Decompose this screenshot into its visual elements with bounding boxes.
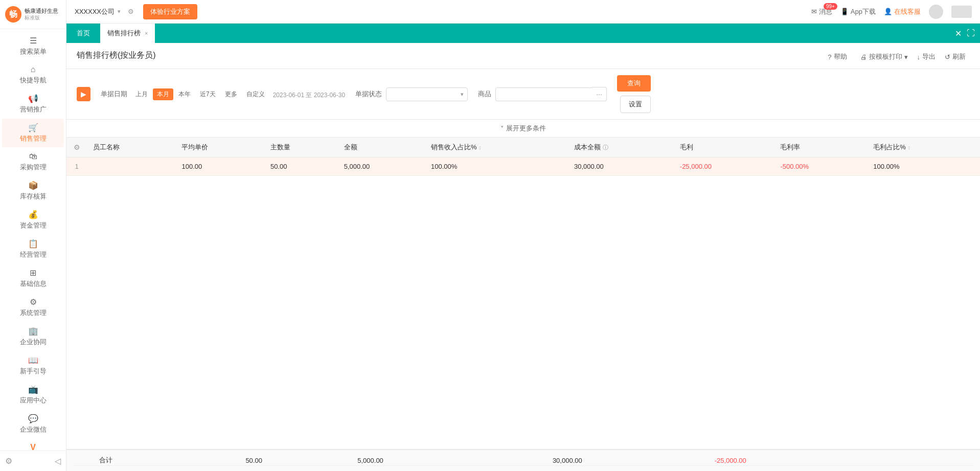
cell-gross: -25,000.00 xyxy=(674,158,774,176)
sidebar-item-label-operation: 经营管理 xyxy=(20,250,47,259)
refresh-label: 刷新 xyxy=(952,52,966,61)
table-area: ⚙ 员工名称 平均单价 主数量 全额 销售收入占比% ↕ 成本全额 ⓘ xyxy=(66,138,980,449)
tab-close-all-icon[interactable]: ✕ xyxy=(955,29,962,38)
sidebar-item-operation[interactable]: 📋 经营管理 xyxy=(2,235,64,263)
sales-ratio-sort-icon[interactable]: ↕ xyxy=(478,144,482,150)
sidebar-item-app-center[interactable]: 📺 应用中心 xyxy=(2,380,64,409)
date-tab-this-year[interactable]: 本年 xyxy=(174,88,195,100)
date-filter-label: 单据日期 xyxy=(101,89,127,99)
table-body: 1 100.00 50.00 5,000.00 100.00% 30,000.0… xyxy=(66,158,980,176)
sidebar-item-guide[interactable]: 📖 新手引导 xyxy=(2,351,64,380)
sidebar-item-basic[interactable]: ⊞ 基础信息 xyxy=(2,264,64,293)
main-content: XXXXXX公司 ▾ ⚙ 体验行业方案 ✉ 消息 99+ 📱 App下载 👤 在… xyxy=(66,0,980,471)
query-button[interactable]: 查询 xyxy=(617,75,651,92)
sidebar-item-label-inventory: 库存核算 xyxy=(20,192,47,201)
expand-filters-button[interactable]: ˅ 展开更多条件 xyxy=(500,124,546,133)
user-avatar[interactable] xyxy=(929,5,943,19)
tab-home[interactable]: 首页 xyxy=(66,24,100,43)
goods-filter-label: 商品 xyxy=(478,89,491,99)
online-service-button[interactable]: 👤 在线客服 xyxy=(884,7,921,16)
status-select-wrapper xyxy=(386,87,468,101)
search-menu-icon: ☰ xyxy=(30,36,37,46)
collapse-sidebar-icon[interactable]: ◁ xyxy=(55,456,61,466)
cell-sales-ratio: 100.00% xyxy=(425,158,568,176)
inventory-icon: 📦 xyxy=(28,181,38,190)
column-settings-icon[interactable]: ⚙ xyxy=(74,143,80,151)
date-range-display: 2023-06-01 至 2023-06-30 xyxy=(273,89,345,100)
sidebar-item-finance[interactable]: 💰 资金管理 xyxy=(2,206,64,234)
sidebar-item-label-finance: 资金管理 xyxy=(20,221,47,230)
message-icon: ✉ xyxy=(811,8,817,15)
tab-close-icon[interactable]: × xyxy=(145,30,148,36)
topbar-gear-icon[interactable]: ⚙ xyxy=(128,8,134,15)
goods-input[interactable] xyxy=(495,87,592,101)
col-header-name: 员工名称 xyxy=(87,138,175,158)
footer-empty-1 xyxy=(73,455,93,466)
sidebar-item-label-cooperation: 企业协同 xyxy=(20,338,47,347)
cell-amount: 5,000.00 xyxy=(338,158,425,176)
export-icon: ↓ xyxy=(917,53,921,61)
query-area: 查询 设置 xyxy=(617,75,651,113)
service-icon: 👤 xyxy=(884,8,892,15)
cell-cost: 30,000.00 xyxy=(568,158,674,176)
sidebar-item-label-search: 搜索菜单 xyxy=(20,47,47,56)
basic-icon: ⊞ xyxy=(30,268,36,278)
print-label: 按模板打印 xyxy=(869,52,902,61)
tab-sales-ranking[interactable]: 销售排行榜 × xyxy=(100,24,155,43)
gross-ratio-sort-icon[interactable]: ↕ xyxy=(907,144,910,150)
sidebar-item-quick-nav[interactable]: ⌂ 快捷导航 xyxy=(2,61,64,89)
footer-label: 合计 xyxy=(93,455,192,466)
help-button[interactable]: ? 帮助 xyxy=(824,50,851,63)
user-name-placeholder xyxy=(951,6,972,18)
footer-row: 合计 50.00 5,000.00 30,000.00 -25,000.00 xyxy=(73,455,974,466)
sidebar-item-marketing[interactable]: 📢 营销推广 xyxy=(2,89,64,118)
filter-area: ▶ 单据日期 上月 本月 本年 近7天 更多 自定义 2023-06-01 至 … xyxy=(66,69,980,120)
date-tab-7days[interactable]: 近7天 xyxy=(196,88,220,100)
page-content: 销售排行榜(按业务员) ? 帮助 🖨 按模板打印 ▾ ↓ 导出 ↺ 刷新 xyxy=(66,43,980,471)
help-label: 帮助 xyxy=(834,52,847,61)
cost-info-icon[interactable]: ⓘ xyxy=(603,144,608,150)
sidebar-item-wechat[interactable]: 💬 企业微信 xyxy=(2,410,64,438)
sidebar-item-search[interactable]: ☰ 搜索菜单 xyxy=(2,32,64,60)
page-header: 销售排行榜(按业务员) ? 帮助 🖨 按模板打印 ▾ ↓ 导出 ↺ 刷新 xyxy=(66,43,980,69)
sidebar-item-sales[interactable]: 🛒 销售管理 xyxy=(2,119,64,147)
purchase-icon: 🛍 xyxy=(29,152,37,161)
date-tab-custom[interactable]: 自定义 xyxy=(242,88,269,100)
sidebar: 畅 畅康通好生意 标准版 ☰ 搜索菜单 ⌂ 快捷导航 📢 营销推广 🛒 销售管理… xyxy=(0,0,66,471)
app-label: App下载 xyxy=(851,7,876,16)
settings-gear-icon[interactable]: ⚙ xyxy=(5,456,12,466)
tab-maximize-icon[interactable]: ⛶ xyxy=(967,29,975,38)
refresh-button[interactable]: ↺ 刷新 xyxy=(941,50,970,63)
sidebar-item-member[interactable]: V 畅会员 xyxy=(2,439,64,451)
settings-button[interactable]: 设置 xyxy=(620,96,651,113)
filter-arrow-icon[interactable]: ▶ xyxy=(77,87,90,101)
tabbar: 首页 销售排行榜 × ✕ ⛶ xyxy=(66,24,980,43)
goods-input-wrap: ··· xyxy=(495,87,607,101)
footer-gross-rate-empty xyxy=(879,455,926,466)
experience-button[interactable]: 体验行业方案 xyxy=(143,4,197,19)
sidebar-item-inventory[interactable]: 📦 库存核算 xyxy=(2,176,64,205)
footer-gross-ratio-empty xyxy=(926,455,974,466)
sidebar-item-label-basic: 基础信息 xyxy=(20,279,47,288)
message-button[interactable]: ✉ 消息 99+ xyxy=(811,7,832,16)
date-tab-more[interactable]: 更多 xyxy=(221,88,241,100)
sidebar-item-label-wechat: 企业微信 xyxy=(20,425,47,434)
refresh-icon: ↺ xyxy=(945,53,950,61)
goods-dots-icon[interactable]: ··· xyxy=(592,87,607,101)
date-tab-last-month[interactable]: 上月 xyxy=(131,88,152,100)
company-selector[interactable]: XXXXXX公司 ▾ xyxy=(75,7,121,16)
date-tab-this-month[interactable]: 本月 xyxy=(153,88,173,100)
sidebar-item-label-marketing: 营销推广 xyxy=(20,105,47,114)
print-button[interactable]: 🖨 按模板打印 ▾ xyxy=(856,50,912,63)
sidebar-item-purchase[interactable]: 🛍 采购管理 xyxy=(2,148,64,176)
status-select[interactable] xyxy=(386,87,468,101)
export-button[interactable]: ↓ 导出 xyxy=(917,52,936,61)
sidebar-item-cooperation[interactable]: 🏢 企业协同 xyxy=(2,322,64,351)
app-download-button[interactable]: 📱 App下载 xyxy=(840,7,876,16)
sidebar-item-system[interactable]: ⚙ 系统管理 xyxy=(2,293,64,322)
sidebar-item-label-appcenter: 应用中心 xyxy=(20,396,47,405)
col-header-settings: ⚙ xyxy=(66,138,87,158)
filter-row: ▶ 单据日期 上月 本月 本年 近7天 更多 自定义 2023-06-01 至 … xyxy=(77,75,970,113)
phone-icon: 📱 xyxy=(840,8,849,15)
tab-label-sales-ranking: 销售排行榜 xyxy=(107,29,141,38)
